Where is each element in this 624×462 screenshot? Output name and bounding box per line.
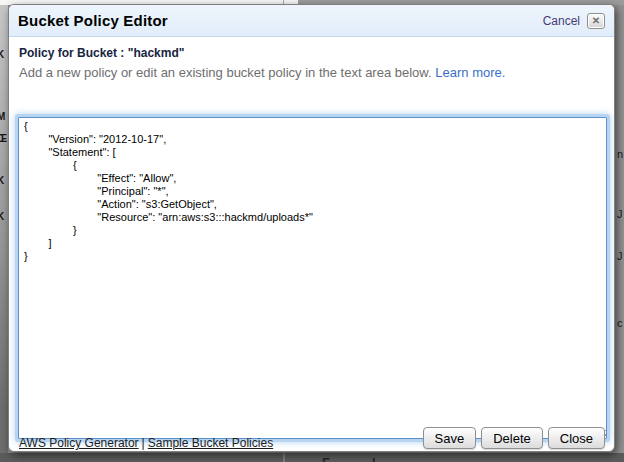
footer-links: AWS Policy Generator|Sample Bucket Polic… — [19, 436, 273, 450]
cancel-link[interactable]: Cancel — [543, 14, 580, 28]
background-text-fragment: M — [0, 111, 5, 122]
background-text-fragment: K — [0, 49, 4, 60]
dialog-title: Bucket Policy Editor — [18, 12, 168, 29]
description-text: Add a new policy or edit an existing buc… — [19, 65, 432, 80]
background-text-fragment: J — [617, 208, 623, 220]
learn-more-link[interactable]: Learn more. — [435, 65, 505, 80]
background-page-bottom: F l — [0, 453, 624, 462]
dialog-header: Bucket Policy Editor Cancel ✕ — [9, 5, 614, 37]
policy-for-bucket-label: Policy for Bucket : "hackmd" — [19, 46, 184, 60]
background-page-right: n J J c — [617, 5, 624, 453]
background-text-fragment: c — [617, 317, 623, 329]
close-button[interactable]: Close — [548, 427, 605, 449]
background-text-fragment: J — [617, 250, 623, 262]
background-text-fragment: F — [322, 455, 330, 462]
save-button[interactable]: Save — [423, 427, 477, 449]
policy-text-input[interactable]: { "Version": "2012-10-17", "Statement": … — [18, 117, 607, 439]
background-text-fragment: n — [617, 148, 623, 160]
delete-button[interactable]: Delete — [481, 427, 543, 449]
link-separator: | — [139, 436, 148, 450]
background-page-left: K M Œ K K — [0, 5, 8, 453]
dialog-description: Add a new policy or edit an existing buc… — [19, 65, 505, 80]
background-text-fragment: K — [0, 211, 4, 222]
background-text-fragment: l — [372, 455, 376, 462]
footer-buttons: Save Delete Close — [423, 427, 605, 449]
background-text-fragment: K — [0, 175, 4, 186]
aws-policy-generator-link[interactable]: AWS Policy Generator — [19, 436, 139, 450]
close-icon[interactable]: ✕ — [587, 13, 605, 29]
bucket-policy-editor-dialog: Bucket Policy Editor Cancel ✕ Policy for… — [8, 4, 615, 452]
background-text-fragment: Œ — [0, 133, 7, 144]
background-divider-line — [283, 453, 285, 462]
sample-bucket-policies-link[interactable]: Sample Bucket Policies — [148, 436, 273, 450]
